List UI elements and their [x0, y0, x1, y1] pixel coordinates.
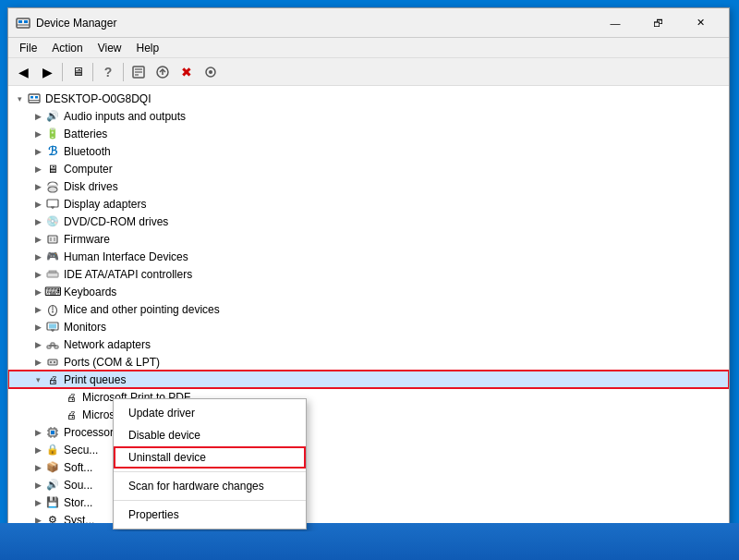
expand-audio[interactable]: ▶ [30, 109, 45, 124]
taskbar [0, 523, 739, 560]
svg-point-41 [54, 361, 55, 363]
sound-icon [45, 478, 60, 493]
minimize-button[interactable]: — [594, 8, 636, 38]
forward-button[interactable]: ▶ [36, 61, 58, 83]
tree-root[interactable]: ▾ DESKTOP-O0G8DQI [8, 90, 729, 107]
svg-rect-2 [24, 20, 28, 23]
tree-item-ide[interactable]: ▶ IDE ATA/ATAPI controllers [8, 265, 729, 283]
expand-disk[interactable]: ▶ [30, 179, 45, 194]
bluetooth-label: Bluetooth [64, 145, 111, 158]
restore-button[interactable]: 🗗 [636, 8, 679, 38]
hid-icon: 🎮 [45, 250, 60, 264]
print-icon: 🖨 [45, 372, 60, 387]
tree-item-computer[interactable]: ▶ Computer [8, 160, 729, 177]
bluetooth-icon: ℬ [45, 144, 60, 159]
expand-sound[interactable]: ▶ [30, 478, 45, 493]
expand-storage[interactable]: ▶ [30, 495, 45, 510]
tree-item-network[interactable]: ▶ Network adapters [8, 335, 729, 353]
svg-rect-31 [49, 323, 56, 328]
tree-item-mice[interactable]: ▶ Mice and other pointing devices [8, 300, 729, 318]
expand-print[interactable]: ▾ [30, 372, 45, 387]
keyboard-icon [45, 285, 60, 299]
tree-item-monitors[interactable]: ▶ Monitors [8, 318, 729, 335]
security-icon [45, 443, 60, 457]
close-button[interactable]: ✕ [679, 8, 721, 38]
expand-processors[interactable]: ▶ [30, 425, 45, 440]
titlebar-buttons: — 🗗 ✕ [594, 8, 721, 38]
expand-ports[interactable]: ▶ [30, 355, 45, 370]
context-update-driver[interactable]: Update driver [114, 402, 306, 424]
expand-firmware[interactable]: ▶ [30, 232, 45, 247]
tree-item-batteries[interactable]: ▶ Batteries [8, 125, 729, 142]
context-properties[interactable]: Properties [114, 504, 306, 526]
dvd-label: DVD/CD-ROM drives [64, 215, 168, 228]
context-scan-hardware[interactable]: Scan for hardware changes [114, 475, 306, 497]
expand-dvd[interactable]: ▶ [30, 214, 45, 229]
ports-icon [45, 355, 60, 370]
svg-rect-25 [47, 273, 58, 277]
ide-label: IDE ATA/ATAPI controllers [64, 268, 192, 281]
audio-label: Audio inputs and outputs [64, 110, 186, 123]
sound-label: Sou... [64, 479, 92, 492]
expand-mice[interactable]: ▶ [30, 302, 45, 317]
battery-icon [45, 127, 60, 141]
svg-rect-43 [51, 431, 55, 434]
uninstall-toolbar-button[interactable]: ✖ [176, 61, 198, 83]
ide-icon [45, 267, 60, 282]
tree-item-keyboards[interactable]: ▶ Keyboards [8, 283, 729, 300]
software-icon [45, 460, 60, 475]
expand-display[interactable]: ▶ [30, 197, 45, 212]
tree-item-disk[interactable]: ▶ Disk drives [8, 177, 729, 195]
expand-security[interactable]: ▶ [30, 443, 45, 457]
menu-help[interactable]: Help [129, 40, 167, 56]
expand-ide[interactable]: ▶ [30, 267, 45, 282]
hid-label: Human Interface Devices [64, 250, 188, 263]
tree-item-dvd[interactable]: ▶ DVD/CD-ROM drives [8, 213, 729, 230]
svg-rect-23 [50, 237, 52, 241]
security-label: Secu... [64, 444, 98, 457]
context-uninstall-device[interactable]: Uninstall device [114, 446, 306, 469]
svg-rect-24 [54, 237, 55, 241]
tree-item-bluetooth[interactable]: ▶ ℬ Bluetooth [8, 142, 729, 160]
computer-button[interactable]: 🖥 [67, 61, 89, 83]
svg-rect-26 [49, 271, 56, 273]
svg-point-40 [50, 361, 52, 363]
tree-item-firmware[interactable]: ▶ Firmware [8, 230, 729, 248]
expand-software[interactable]: ▶ [30, 460, 45, 475]
disk-icon [45, 179, 60, 194]
context-disable-device[interactable]: Disable device [114, 424, 306, 446]
expand-computer[interactable]: ▶ [30, 162, 45, 177]
print-child2-icon: 🖨 [64, 408, 79, 422]
storage-icon [45, 495, 60, 510]
context-menu: Update driver Disable device Uninstall d… [113, 398, 307, 530]
menubar: File Action View Help [8, 38, 729, 58]
menu-action[interactable]: Action [44, 40, 90, 56]
expand-batteries[interactable]: ▶ [30, 127, 45, 141]
ports-label: Ports (COM & LPT) [64, 356, 160, 369]
menu-file[interactable]: File [12, 40, 44, 56]
help-button[interactable]: ? [97, 61, 119, 83]
expand-bluetooth[interactable]: ▶ [30, 144, 45, 159]
expand-hid[interactable]: ▶ [30, 250, 45, 264]
batteries-label: Batteries [64, 128, 107, 140]
menu-view[interactable]: View [91, 40, 129, 56]
computer-label: Computer [64, 163, 113, 176]
back-button[interactable]: ◀ [12, 61, 34, 83]
update-driver-toolbar-button[interactable] [151, 61, 174, 83]
expand-root[interactable]: ▾ [12, 91, 27, 106]
expand-monitors[interactable]: ▶ [30, 320, 45, 335]
expand-network[interactable]: ▶ [30, 337, 45, 352]
tree-item-print-queues[interactable]: ▾ 🖨 Print queues [8, 371, 729, 388]
tree-item-audio[interactable]: ▶ Audio inputs and outputs [8, 107, 729, 125]
tree-item-display[interactable]: ▶ Display adapters [8, 195, 729, 213]
display-label: Display adapters [64, 198, 146, 211]
tree-item-ports[interactable]: ▶ Ports (COM & LPT) [8, 353, 729, 371]
scan-toolbar-button[interactable] [200, 61, 222, 83]
properties-button[interactable] [127, 61, 150, 83]
tree-item-hid[interactable]: ▶ 🎮 Human Interface Devices [8, 248, 729, 265]
storage-label: Stor... [64, 496, 92, 509]
keyboards-label: Keyboards [64, 286, 116, 298]
processors-icon [45, 425, 60, 440]
svg-rect-12 [29, 94, 40, 103]
window-title: Device Manager [36, 17, 594, 30]
